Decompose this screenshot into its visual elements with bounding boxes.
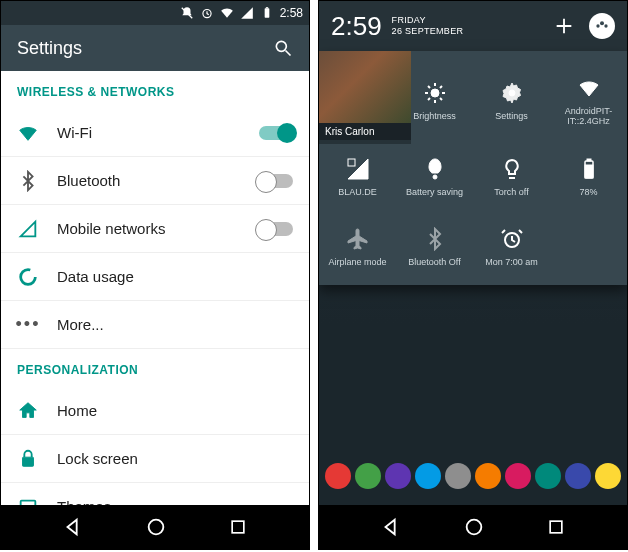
row-lock-screen[interactable]: Lock screen xyxy=(1,435,309,483)
tile-label: 78% xyxy=(579,187,597,197)
phone-settings: 2:58 Settings WIRELESS & NETWORKS Wi-Fi … xyxy=(0,0,310,550)
qs-header: 2:59 FRIDAY 26 SEPTEMBER xyxy=(319,1,627,51)
phone-quicksettings: 2:59 FRIDAY 26 SEPTEMBER Brightness xyxy=(318,0,628,550)
avatar xyxy=(319,51,411,123)
svg-rect-3 xyxy=(265,7,267,8)
svg-rect-34 xyxy=(550,521,562,533)
section-personalization: PERSONALIZATION xyxy=(1,349,309,387)
status-time: 2:58 xyxy=(280,6,303,20)
svg-line-32 xyxy=(519,230,522,233)
tile-label: Torch off xyxy=(494,187,528,197)
row-bluetooth[interactable]: Bluetooth xyxy=(1,157,309,205)
wifi-icon xyxy=(17,122,39,144)
tile-alarm[interactable]: Mon 7:00 am xyxy=(473,215,550,279)
dock-app-icon[interactable] xyxy=(505,463,531,489)
svg-line-23 xyxy=(440,86,442,88)
user-chip[interactable]: Kris Carlon xyxy=(319,51,411,144)
tile-wifi[interactable]: AndroidPIT-IT::2.4GHz xyxy=(550,63,627,139)
svg-point-15 xyxy=(431,89,439,97)
bell-off-icon xyxy=(180,6,194,20)
svg-rect-2 xyxy=(264,8,269,17)
qs-time: 2:59 xyxy=(331,11,382,42)
signal-icon xyxy=(17,218,39,240)
row-mobile[interactable]: Mobile networks xyxy=(1,205,309,253)
tile-settings[interactable]: Settings xyxy=(473,63,550,139)
tile-battery-saving[interactable]: Battery saving xyxy=(396,139,473,215)
more-icon: ••• xyxy=(17,314,39,336)
tile-label: Settings xyxy=(495,111,528,121)
gear-icon xyxy=(500,81,524,105)
svg-rect-25 xyxy=(348,159,355,166)
row-label: Home xyxy=(57,402,293,419)
svg-line-20 xyxy=(428,86,430,88)
tile-label: AndroidPIT-IT::2.4GHz xyxy=(550,106,627,126)
settings-list: WIRELESS & NETWORKS Wi-Fi Bluetooth Mobi… xyxy=(1,71,309,531)
svg-point-12 xyxy=(600,21,604,25)
nav-home-icon[interactable] xyxy=(145,516,167,538)
qs-date: FRIDAY 26 SEPTEMBER xyxy=(392,15,464,37)
status-bar: 2:58 xyxy=(1,1,309,25)
row-data-usage[interactable]: Data usage xyxy=(1,253,309,301)
alarm-icon xyxy=(200,6,214,20)
mobile-toggle[interactable] xyxy=(257,222,293,236)
user-name: Kris Carlon xyxy=(319,123,411,140)
dock-app-icon[interactable] xyxy=(445,463,471,489)
tile-airplane[interactable]: Airplane mode xyxy=(319,215,396,279)
nav-back-icon[interactable] xyxy=(380,516,402,538)
tile-battery[interactable]: 78% xyxy=(550,139,627,215)
row-more[interactable]: ••• More... xyxy=(1,301,309,349)
dock-app-icon[interactable] xyxy=(565,463,591,489)
row-home[interactable]: Home xyxy=(1,387,309,435)
tile-label: Brightness xyxy=(413,111,456,121)
alarm-icon xyxy=(500,227,524,251)
svg-point-26 xyxy=(433,175,437,179)
row-label: Mobile networks xyxy=(57,220,257,237)
app-dock xyxy=(319,449,627,503)
tile-label: BLAU.DE xyxy=(338,187,377,197)
search-icon[interactable] xyxy=(273,38,293,58)
svg-rect-7 xyxy=(23,457,34,466)
dock-app-icon[interactable] xyxy=(385,463,411,489)
lock-icon xyxy=(17,448,39,470)
brightness-icon xyxy=(423,81,447,105)
tile-bluetooth[interactable]: Bluetooth Off xyxy=(396,215,473,279)
settings-toolbar: Settings xyxy=(1,25,309,71)
dock-app-icon[interactable] xyxy=(355,463,381,489)
dock-app-icon[interactable] xyxy=(475,463,501,489)
svg-rect-29 xyxy=(587,159,591,161)
wifi-icon xyxy=(220,6,234,20)
signal-icon xyxy=(346,157,370,181)
bluetooth-toggle[interactable] xyxy=(257,174,293,188)
battery-saving-icon xyxy=(423,157,447,181)
data-usage-icon xyxy=(17,266,39,288)
torch-icon xyxy=(500,157,524,181)
svg-line-5 xyxy=(286,51,291,56)
dock-app-icon[interactable] xyxy=(595,463,621,489)
svg-point-13 xyxy=(596,24,599,27)
svg-point-10 xyxy=(149,520,164,535)
battery-icon xyxy=(260,6,274,20)
svg-point-6 xyxy=(21,269,36,284)
svg-rect-28 xyxy=(585,165,593,178)
dock-app-icon[interactable] xyxy=(415,463,441,489)
tile-carrier[interactable]: BLAU.DE xyxy=(319,139,396,215)
row-label: Lock screen xyxy=(57,450,293,467)
nav-recent-icon[interactable] xyxy=(546,517,566,537)
qs-date-dom: 26 SEPTEMBER xyxy=(392,26,464,37)
dock-app-icon[interactable] xyxy=(535,463,561,489)
nav-back-icon[interactable] xyxy=(62,516,84,538)
svg-line-31 xyxy=(502,230,505,233)
nav-home-icon[interactable] xyxy=(463,516,485,538)
nav-recent-icon[interactable] xyxy=(228,517,248,537)
row-wifi[interactable]: Wi-Fi xyxy=(1,109,309,157)
users-button[interactable] xyxy=(589,13,615,39)
tile-torch[interactable]: Torch off xyxy=(473,139,550,215)
bluetooth-icon xyxy=(423,227,447,251)
wifi-toggle[interactable] xyxy=(257,126,293,140)
nav-bar xyxy=(319,505,627,549)
signal-icon xyxy=(240,6,254,20)
svg-rect-11 xyxy=(232,521,244,533)
svg-point-14 xyxy=(604,24,607,27)
add-tile-icon[interactable] xyxy=(553,15,575,37)
dock-app-icon[interactable] xyxy=(325,463,351,489)
